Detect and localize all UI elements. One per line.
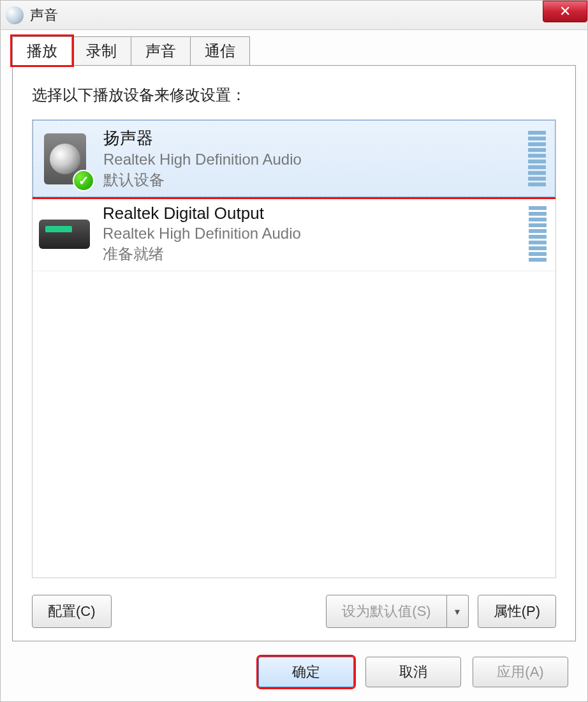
playback-panel: 选择以下播放设备来修改设置： ✓ 扬声器 Realtek High Defini… [12,65,576,641]
button-label: 配置(C) [48,603,96,619]
close-button[interactable]: ✕ [543,1,587,22]
panel-button-row: 配置(C) 设为默认值(S) ▾ 属性(P) [32,595,556,628]
device-name: Realtek Digital Output [103,204,529,223]
window-title: 声音 [30,6,58,25]
button-label: 取消 [399,664,427,680]
sound-app-icon [6,6,24,24]
tab-label: 录制 [86,42,117,59]
cancel-button[interactable]: 取消 [365,657,461,687]
sound-dialog: 声音 ✕ 播放 录制 声音 通信 选择以下播放设备来修改设置： ✓ [0,0,588,702]
apply-button[interactable]: 应用(A) [473,657,568,687]
device-driver: Realtek High Definition Audio [103,151,528,168]
device-info: 扬声器 Realtek High Definition Audio 默认设备 [103,127,528,190]
dialog-button-row: 确定 取消 应用(A) [1,648,587,701]
default-check-icon: ✓ [73,170,94,191]
device-item-digital-output[interactable]: Realtek Digital Output Realtek High Defi… [33,197,555,271]
set-default-split-button: 设为默认值(S) ▾ [326,595,468,628]
device-name: 扬声器 [103,127,528,149]
level-meter-icon [528,131,546,186]
button-label: 设为默认值(S) [342,603,430,619]
tab-label: 声音 [145,42,176,59]
tab-recording[interactable]: 录制 [71,36,131,65]
device-list: ✓ 扬声器 Realtek High Definition Audio 默认设备… [32,119,556,578]
set-default-dropdown[interactable]: ▾ [447,595,469,628]
device-status: 默认设备 [103,170,528,190]
close-icon: ✕ [559,3,571,20]
configure-button[interactable]: 配置(C) [32,595,112,628]
tab-playback[interactable]: 播放 [12,36,72,65]
properties-button[interactable]: 属性(P) [478,595,556,628]
button-label: 应用(A) [497,664,543,680]
device-item-speakers[interactable]: ✓ 扬声器 Realtek High Definition Audio 默认设备 [33,120,555,197]
instruction-text: 选择以下播放设备来修改设置： [32,85,556,105]
tab-label: 播放 [27,42,57,59]
ok-button[interactable]: 确定 [258,657,354,687]
tab-communications[interactable]: 通信 [190,36,250,65]
speaker-icon: ✓ [40,130,91,188]
digital-output-icon [39,205,90,263]
button-label: 属性(P) [494,603,540,619]
tabs: 播放 录制 声音 通信 [1,30,587,65]
button-label: 确定 [292,664,320,680]
titlebar: 声音 ✕ [1,1,587,30]
tab-sounds[interactable]: 声音 [131,36,191,65]
chevron-down-icon: ▾ [455,606,460,618]
level-meter-icon [529,206,547,262]
device-driver: Realtek High Definition Audio [103,225,529,243]
tab-label: 通信 [205,42,235,59]
device-info: Realtek Digital Output Realtek High Defi… [103,204,529,264]
set-default-button[interactable]: 设为默认值(S) [326,595,446,628]
device-status: 准备就绪 [103,244,529,264]
